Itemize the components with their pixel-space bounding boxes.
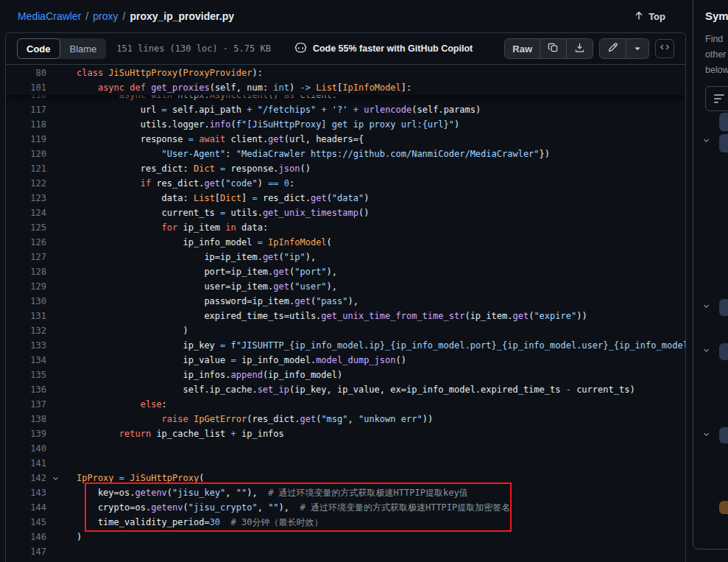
fold-spacer xyxy=(46,338,64,353)
code-line-137: 137 else: xyxy=(6,397,685,412)
chevron-down-icon[interactable] xyxy=(701,301,711,311)
code-symbols-icon xyxy=(660,42,670,55)
code-line-128: 128 port=ip_item.get("port"), xyxy=(6,264,685,279)
top-button-label: Top xyxy=(649,11,665,22)
code-line-131: 131 expired_time_ts=utils.get_unix_time_… xyxy=(6,309,685,323)
breadcrumb-repo-link[interactable]: MediaCrawler xyxy=(18,10,81,22)
line-number[interactable]: 124 xyxy=(6,206,46,220)
code-line-text: for ip_item in data: xyxy=(64,220,268,235)
line-number[interactable]: 142 xyxy=(6,471,46,485)
chevron-down-icon[interactable] xyxy=(701,429,711,439)
fold-spacer xyxy=(46,147,64,161)
line-number[interactable]: 127 xyxy=(6,250,46,264)
line-number[interactable]: 134 xyxy=(6,353,46,368)
line-number[interactable]: 130 xyxy=(6,294,46,309)
code-line-133: 133 ip_key = f"JISUHTTP_{ip_info_model.i… xyxy=(6,338,685,353)
symbols-filter-button[interactable] xyxy=(705,86,728,111)
chevron-down-icon xyxy=(634,43,641,55)
code-line-125: 125 for ip_item in data: xyxy=(6,220,685,235)
fold-spacer xyxy=(46,264,64,279)
line-number[interactable]: 131 xyxy=(6,309,46,323)
copilot-icon xyxy=(294,41,307,56)
line-number[interactable]: 139 xyxy=(6,426,46,441)
line-number[interactable]: 136 xyxy=(6,382,46,397)
code-line-101: 101 async def get_proxies(self, num: int… xyxy=(6,80,685,95)
line-number[interactable]: 146 xyxy=(6,530,46,544)
code-line-text: crypto=os.getenv("jisu_crypto", ""), # 通… xyxy=(64,500,510,515)
line-number[interactable]: 128 xyxy=(6,264,46,279)
line-number[interactable]: 119 xyxy=(6,132,46,147)
line-number[interactable]: 137 xyxy=(6,397,46,412)
line-number[interactable]: 144 xyxy=(6,500,46,515)
symbols-desc-line: Find xyxy=(705,32,728,47)
sticky-context-lines: 80class JiSuHttpProxy(ProxyProvider):101… xyxy=(6,66,685,95)
code-line-139: 139 return ip_cache_list + ip_infos xyxy=(6,426,685,441)
symbol-item[interactable] xyxy=(719,113,728,131)
raw-button[interactable]: Raw xyxy=(504,38,540,59)
fold-spacer xyxy=(46,102,64,117)
main-column: MediaCrawler / proxy / proxy_ip_provider… xyxy=(0,0,686,562)
line-number[interactable]: 118 xyxy=(6,117,46,132)
code-line-145: 145 time_validity_period=30 # 30分钟（最长时效） xyxy=(6,515,685,530)
code-line-140: 140 xyxy=(6,441,685,456)
tab-blame[interactable]: Blame xyxy=(60,38,107,59)
fold-spacer xyxy=(46,161,64,176)
code-line-text: ip_info_model = IpInfoModel( xyxy=(64,235,332,250)
file-meta-info: 151 lines (130 loc) · 5.75 KB xyxy=(116,43,271,54)
line-number[interactable]: 80 xyxy=(6,66,46,80)
line-number[interactable]: 132 xyxy=(6,323,46,338)
edit-button[interactable] xyxy=(599,38,626,59)
tab-code[interactable]: Code xyxy=(17,38,60,59)
line-number[interactable]: 147 xyxy=(6,544,46,559)
line-number[interactable]: 125 xyxy=(6,220,46,235)
fold-chevron-icon[interactable] xyxy=(46,471,64,485)
line-number[interactable]: 117 xyxy=(6,102,46,117)
line-number[interactable]: 126 xyxy=(6,235,46,250)
code-line-text: password=ip_item.get("pass"), xyxy=(64,294,358,309)
symbol-item[interactable] xyxy=(719,134,728,152)
code-line-text: expired_time_ts=utils.get_unix_time_from… xyxy=(64,309,587,323)
breadcrumb-folder-link[interactable]: proxy xyxy=(93,10,118,22)
line-number[interactable]: 143 xyxy=(6,485,46,500)
line-number[interactable]: 140 xyxy=(6,441,46,456)
edit-dropdown-button[interactable] xyxy=(626,38,649,59)
chevron-down-icon[interactable] xyxy=(701,135,711,145)
symbols-pane-toggle-button[interactable] xyxy=(655,39,674,58)
code-line-text: utils.logger.info(f"[JiSuHttpProxy] get … xyxy=(64,117,459,132)
line-number[interactable]: 133 xyxy=(6,338,46,353)
scroll-to-top-button[interactable]: Top xyxy=(628,7,671,26)
line-number[interactable]: 122 xyxy=(6,176,46,191)
line-number[interactable]: 129 xyxy=(6,279,46,294)
code-line-text: current_ts = utils.get_unix_timestamp() xyxy=(64,206,369,220)
download-button[interactable] xyxy=(567,38,593,59)
fold-spacer xyxy=(46,176,64,191)
line-number[interactable]: 145 xyxy=(6,515,46,530)
symbol-item[interactable] xyxy=(719,343,728,360)
copy-icon xyxy=(548,42,559,55)
code-line-127: 127 ip=ip_item.get("ip"), xyxy=(6,250,685,264)
line-number[interactable]: 121 xyxy=(6,161,46,176)
copilot-banner[interactable]: Code 55% faster with GitHub Copilot xyxy=(294,41,473,56)
fold-spacer xyxy=(46,441,64,456)
symbol-item[interactable] xyxy=(719,299,728,316)
line-number[interactable]: 141 xyxy=(6,456,46,471)
code-line-text: ip_infos.append(ip_info_model) xyxy=(64,368,342,382)
code-line-119: 119 response = await client.get(url, hea… xyxy=(6,132,685,147)
line-number[interactable]: 123 xyxy=(6,191,46,206)
line-number[interactable]: 120 xyxy=(6,147,46,161)
code-line-text: ) xyxy=(64,530,82,544)
copy-button[interactable] xyxy=(540,38,567,59)
code-line-text xyxy=(64,544,77,559)
symbol-item[interactable] xyxy=(719,501,728,514)
line-number[interactable]: 101 xyxy=(6,80,46,95)
edit-group xyxy=(599,38,649,59)
line-number[interactable]: 135 xyxy=(6,368,46,382)
line-number[interactable]: 138 xyxy=(6,412,46,426)
code-line-121: 121 res_dict: Dict = response.json() xyxy=(6,161,685,176)
fold-spacer xyxy=(46,456,64,471)
symbol-item[interactable] xyxy=(719,427,728,443)
chevron-down-icon[interactable] xyxy=(701,345,711,355)
fold-spacer xyxy=(46,323,64,338)
code-line-146: 146) xyxy=(6,530,685,544)
fold-spacer xyxy=(46,515,64,530)
